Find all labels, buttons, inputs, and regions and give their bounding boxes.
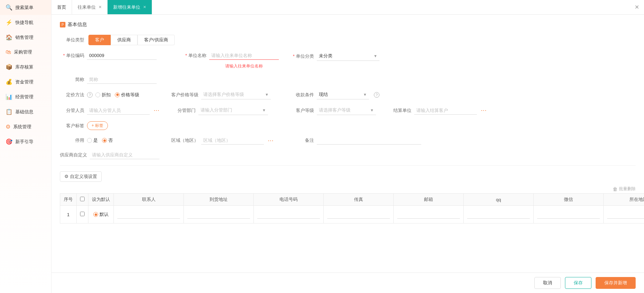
sidebar-item-newbie[interactable]: 🎯 新手引导 [0, 134, 51, 149]
tab-partners-close[interactable]: ✕ [99, 5, 102, 9]
tag-row: 客户标签 + 标签 [60, 121, 636, 130]
unit-type-both-btn[interactable]: 客户/供应商 [138, 35, 175, 45]
row-phone-input[interactable] [257, 210, 320, 219]
sidebar-item-purchase[interactable]: 🛍 采购管理 [0, 45, 51, 59]
sidebar-item-sales[interactable]: 🏠 销售管理 [0, 30, 51, 45]
tab-partners-label: 往来单位 [78, 4, 96, 10]
main-area: 首页 往来单位 ✕ 新增往来单位 ✕ ✕ P 基本信息 单位类型 客户 供应商 [52, 0, 644, 293]
row-default-cell: 默认 [88, 206, 114, 223]
unit-type-supplier-btn[interactable]: 供应商 [111, 35, 138, 45]
tab-home[interactable]: 首页 [52, 0, 72, 14]
payment-help-icon[interactable]: ? [374, 92, 379, 98]
manager-input[interactable] [87, 106, 150, 115]
department-select[interactable]: 请输入分管部门 ▼ [198, 106, 268, 115]
sidebar-item-system[interactable]: ⚙ 系统管理 [0, 119, 51, 134]
row-phone [254, 206, 324, 223]
disabled-yes-radio[interactable]: 是 [87, 137, 98, 144]
unit-name-error: 请输入往来单位名称 [225, 63, 263, 69]
row-address [184, 206, 254, 223]
select-all-checkbox[interactable] [80, 197, 85, 201]
tab-new-partner-close[interactable]: ✕ [143, 5, 146, 9]
row-checkbox-cell [77, 206, 88, 223]
tab-new-partner-label: 新增往来单位 [113, 4, 140, 10]
short-name-row: 简称 [60, 75, 636, 84]
col-default: 设为默认 [88, 194, 114, 206]
sidebar-item-inventory[interactable]: 📦 库存核算 [0, 59, 51, 74]
basic-info-icon: 📋 [6, 108, 13, 115]
payment-condition-select[interactable]: 现结 ▼ [317, 90, 369, 99]
row-fax-input[interactable] [327, 210, 390, 219]
pricing-level-circle [115, 92, 120, 97]
pricing-level-label: 价格等级 [121, 92, 139, 98]
customer-level-select[interactable]: 请选择客户等级 ▼ [317, 106, 376, 115]
manager-row: 分管人员 ··· 分管部门 请输入分管部门 ▼ 客户等级 请选择客户等级 ▼ [60, 106, 636, 115]
supplier-custom-field: 供应商自定义 [60, 151, 171, 159]
custom-settings-button[interactable]: ⚙ 自定义项设置 [60, 171, 102, 182]
tab-bar-close-button[interactable]: ✕ [630, 0, 644, 14]
region-input[interactable] [201, 136, 264, 145]
sidebar-item-quick-nav[interactable]: ⚡ 快捷导航 [0, 15, 51, 30]
unit-type-row: 单位类型 客户 供应商 客户/供应商 [60, 35, 636, 45]
tab-new-partner[interactable]: 新增往来单位 ✕ [108, 0, 152, 14]
sidebar-item-label: 新手引导 [15, 139, 33, 145]
search-icon: 🔍 [6, 4, 13, 11]
save-and-new-button[interactable]: 保存并新增 [596, 277, 636, 289]
section-header: P 基本信息 [60, 22, 636, 28]
col-checkbox [77, 194, 88, 206]
pricing-radio-group: 折扣 价格等级 [95, 92, 139, 98]
unit-type-customer-btn[interactable]: 客户 [88, 35, 111, 45]
save-button[interactable]: 保存 [565, 277, 591, 289]
region-more-btn[interactable]: ··· [268, 138, 274, 143]
disabled-region-remark-row: 停用 是 否 区域（地区） [60, 136, 636, 145]
col-contact: 联系人 [114, 194, 184, 206]
unit-name-input[interactable] [209, 51, 279, 60]
settlement-unit-more-btn[interactable]: ··· [481, 108, 487, 113]
row-wechat-input[interactable] [537, 210, 600, 219]
pricing-discount-radio[interactable]: 折扣 [95, 92, 111, 98]
tab-partners[interactable]: 往来单位 ✕ [72, 0, 108, 14]
add-tag-button[interactable]: + 标签 [87, 121, 108, 130]
col-phone: 电话号码 [254, 194, 324, 206]
row-checkbox[interactable] [80, 212, 85, 216]
contact-table: 序号 设为默认 联系人 到货地址 电话号码 传真 邮箱 qq 微信 所在地区 操… [60, 193, 644, 223]
section-icon: P [60, 22, 65, 27]
col-wechat: 微信 [534, 194, 604, 206]
section-title: 基本信息 [68, 22, 87, 28]
pricing-level-radio[interactable]: 价格等级 [115, 92, 139, 98]
row-default-radio[interactable]: 默认 [92, 211, 110, 218]
cancel-button[interactable]: 取消 [534, 277, 561, 289]
sidebar-item-label: 库存核算 [15, 64, 33, 70]
customer-price-level-field: 客户价格等级 请选择客户价格等级 ▼ [171, 90, 290, 99]
sidebar-item-basic-info[interactable]: 📋 基础信息 [0, 104, 51, 119]
row-address-input[interactable] [187, 210, 250, 219]
row-qq-input[interactable] [467, 210, 530, 219]
sidebar-item-finance[interactable]: 💰 资金管理 [0, 74, 51, 89]
department-chevron: ▼ [262, 108, 266, 112]
unit-category-field: * 单位分类 未分类 ▼ [290, 51, 387, 61]
manager-more-btn[interactable]: ··· [154, 108, 160, 113]
unit-code-input[interactable] [87, 51, 157, 60]
customer-price-level-select[interactable]: 请选择客户价格等级 ▼ [201, 90, 271, 99]
short-name-input[interactable] [87, 75, 157, 84]
quick-nav-icon: ⚡ [6, 19, 13, 26]
unit-category-chevron: ▼ [374, 54, 377, 58]
row-contact-input[interactable] [117, 210, 180, 219]
col-qq: qq [464, 194, 534, 206]
sidebar-item-operations[interactable]: 📊 经营管理 [0, 89, 51, 104]
sidebar-item-search[interactable]: 🔍 搜索菜单 [0, 0, 51, 15]
payment-condition-label: 收款条件 [290, 92, 314, 98]
unit-category-select[interactable]: 未分类 ▼ [317, 51, 379, 61]
sidebar-item-label: 资金管理 [15, 79, 33, 85]
disabled-no-radio[interactable]: 否 [102, 137, 113, 144]
pricing-method-field: 定价方法 ? 折扣 价格等级 [60, 92, 171, 98]
row-region-input[interactable] [607, 210, 644, 219]
finance-icon: 💰 [6, 79, 13, 85]
settlement-unit-label: 结算单位 [387, 107, 411, 114]
supplier-custom-input[interactable] [90, 151, 159, 159]
settlement-unit-input[interactable] [414, 106, 477, 115]
row-email-input[interactable] [397, 210, 460, 219]
batch-delete-label[interactable]: 批量删除 [619, 186, 636, 192]
remark-input[interactable] [317, 136, 421, 145]
pricing-help-icon[interactable]: ? [87, 92, 93, 98]
unit-type-label: 单位类型 [60, 37, 84, 43]
